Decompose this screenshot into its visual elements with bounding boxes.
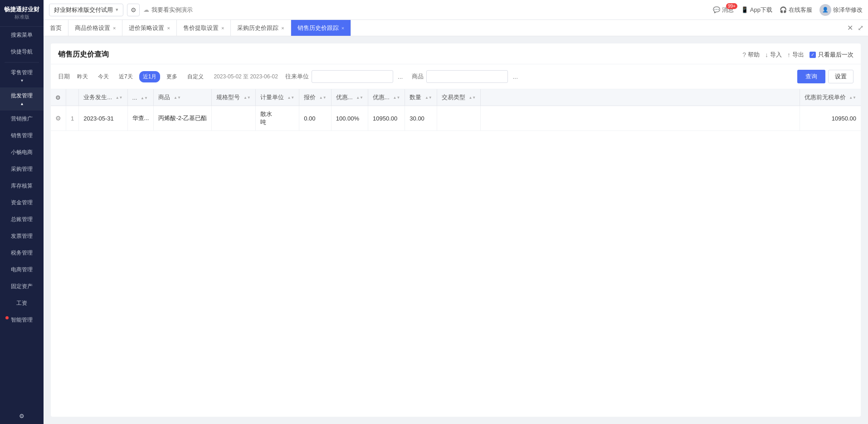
message-icon: 💬 <box>713 6 720 13</box>
tab-purchase-history-close[interactable]: × <box>281 25 284 31</box>
tab-price-setting-close[interactable]: × <box>113 25 116 31</box>
product-filter-label: 商品 <box>412 72 424 81</box>
sidebar-item-sales-mgmt[interactable]: 销售管理 <box>0 127 44 144</box>
sidebar-item-search[interactable]: 搜索菜单 <box>0 27 44 43</box>
sidebar-item-ledger[interactable]: 总账管理 <box>0 211 44 228</box>
date-btn-today[interactable]: 今天 <box>94 71 112 82</box>
online-service-button[interactable]: 🎧 在线客服 <box>780 6 812 14</box>
filter-section: 日期 昨天 今天 近7天 近1月 更多 自定义 2023-05-02 至 202… <box>51 64 861 89</box>
account-dropdown[interactable]: 好业财标准版交付试用 ▾ <box>49 4 123 16</box>
col-extra[interactable]: ... ▲▼ <box>127 89 154 106</box>
cell-gear[interactable]: ⚙ <box>51 106 66 131</box>
date-btn-1month[interactable]: 近1月 <box>139 71 161 82</box>
col-gear: ⚙ <box>51 89 66 106</box>
user-profile-button[interactable]: 👤 徐泽华修改 <box>819 4 863 16</box>
tab-price-setting-label: 商品价格设置 <box>75 24 110 32</box>
col-biz-date[interactable]: 业务发生... ▲▼ <box>79 89 127 106</box>
app-edition: 标准版 <box>4 14 40 20</box>
date-btn-7days[interactable]: 近7天 <box>115 71 137 82</box>
col-pretax-price-label: 优惠前无税单价 <box>805 94 846 101</box>
col-quantity-label: 数量 <box>410 94 421 101</box>
quick-nav-label: 快捷导航 <box>11 48 33 56</box>
demo-label: 我要看实例演示 <box>151 6 193 14</box>
page-header-actions: ? 帮助 ↓ 导入 ↑ 导出 ✓ 只看最后一次 <box>742 51 853 59</box>
col-discount1[interactable]: 优惠... ▲▼ <box>331 89 368 106</box>
product-more-icon[interactable]: ... <box>511 72 520 81</box>
product-filter: 商品 ... <box>412 70 520 83</box>
from-unit-filter: 往来单位 ... <box>285 70 405 83</box>
col-spec-label: 规格型号 <box>216 94 240 101</box>
date-filter-group: 日期 昨天 今天 近7天 近1月 更多 自定义 2023-05-02 至 202… <box>58 71 278 82</box>
export-button[interactable]: ↑ 导出 <box>787 51 804 59</box>
col-extra-label: ... <box>132 94 137 101</box>
demo-link[interactable]: ☁ 我要看实例演示 <box>143 6 193 14</box>
sidebar-item-invoice[interactable]: 发票管理 <box>0 228 44 245</box>
help-button[interactable]: ? 帮助 <box>742 51 760 59</box>
settings-button[interactable]: ⚙ <box>127 4 140 16</box>
tab-purchase-history[interactable]: 采购历史价跟踪 × <box>231 20 291 36</box>
headset-icon: 🎧 <box>780 6 787 13</box>
sidebar-item-assets[interactable]: 固定资产 <box>0 278 44 295</box>
last-only-checkbox[interactable]: ✓ 只看最后一次 <box>809 51 853 59</box>
wholesale-expand-icon: ▴ <box>21 101 23 106</box>
date-btn-more[interactable]: 更多 <box>163 71 181 82</box>
col-spec[interactable]: 规格型号 ▲▼ <box>212 89 255 106</box>
col-unit[interactable]: 计量单位 ▲▼ <box>255 89 299 106</box>
col-discount2-label: 优惠... <box>373 94 390 101</box>
sidebar-item-payroll[interactable]: 工资 <box>0 295 44 312</box>
last-only-label: 只看最后一次 <box>818 51 853 59</box>
date-btn-custom[interactable]: 自定义 <box>184 71 207 82</box>
messages-button[interactable]: 💬 消息 99+ <box>713 6 734 14</box>
marketing-label: 营销推广 <box>11 115 33 123</box>
col-pretax-price[interactable]: 优惠前无税单价 ▲▼ <box>800 89 861 106</box>
col-product[interactable]: 商品 ▲▼ <box>154 89 212 106</box>
sort-icon-quantity: ▲▼ <box>425 96 432 100</box>
row-gear-icon[interactable]: ⚙ <box>55 115 61 122</box>
filter-actions: 查询 设置 <box>797 70 853 83</box>
sidebar-item-purchase[interactable]: 采购管理 <box>0 161 44 178</box>
date-btn-yesterday[interactable]: 昨天 <box>73 71 92 82</box>
gear-col-icon[interactable]: ⚙ <box>55 94 61 101</box>
query-button[interactable]: 查询 <box>797 70 825 83</box>
sidebar-item-inventory[interactable]: 库存核算 <box>0 178 44 194</box>
sidebar-item-ecommerce[interactable]: 电商管理 <box>0 261 44 278</box>
import-button[interactable]: ↓ 导入 <box>765 51 782 59</box>
col-spacer <box>481 89 800 106</box>
app-download-button[interactable]: 📱 App下载 <box>741 6 772 14</box>
sidebar-item-retail[interactable]: 零售管理 ▾ <box>0 64 44 87</box>
tab-sale-history[interactable]: 销售历史价跟踪 × <box>291 20 351 36</box>
settings-filter-button[interactable]: 设置 <box>828 70 853 83</box>
tab-sale-extract[interactable]: 售价提取设置 × <box>177 20 231 36</box>
close-tab-button[interactable]: ✕ <box>847 24 853 32</box>
sidebar-item-tax[interactable]: 税务管理 <box>0 245 44 261</box>
sidebar-item-quick-nav[interactable]: 快捷导航 <box>0 43 44 60</box>
col-quantity[interactable]: 数量 ▲▼ <box>405 89 437 106</box>
date-filter-label: 日期 <box>58 72 70 81</box>
retail-label: 零售管理 <box>11 69 33 77</box>
col-trans-type[interactable]: 交易类型 ▲▼ <box>437 89 480 106</box>
sidebar-item-marketing[interactable]: 营销推广 <box>0 111 44 127</box>
tab-strategy[interactable]: 进价策略设置 × <box>122 20 176 36</box>
purchase-label: 采购管理 <box>11 165 33 173</box>
tab-strategy-close[interactable]: × <box>167 25 170 31</box>
col-discount2[interactable]: 优惠... ▲▼ <box>368 89 405 106</box>
from-unit-more-icon[interactable]: ... <box>396 72 405 81</box>
maximize-tab-button[interactable]: ⤢ <box>858 24 863 32</box>
sidebar-item-wholesale[interactable]: 批发管理 ▴ <box>0 87 44 111</box>
tab-sale-history-label: 销售历史价跟踪 <box>297 24 339 32</box>
sidebar-item-finance[interactable]: 资金管理 <box>0 194 44 211</box>
from-unit-input[interactable] <box>312 70 393 83</box>
sidebar-item-smart[interactable]: 智能管理 <box>0 312 44 328</box>
tab-sale-history-close[interactable]: × <box>341 25 344 31</box>
avatar: 👤 <box>819 4 831 16</box>
tab-home[interactable]: 首页 <box>44 20 68 36</box>
sidebar-settings-button[interactable]: ⚙ <box>0 408 44 424</box>
tab-purchase-history-label: 采购历史价跟踪 <box>237 24 278 32</box>
sidebar-item-ecommerce-small[interactable]: 小畅电商 <box>0 144 44 161</box>
tab-price-setting[interactable]: 商品价格设置 × <box>68 20 122 36</box>
cell-pretax-price: 10950.00 <box>800 106 861 131</box>
col-price[interactable]: 报价 ▲▼ <box>299 89 331 106</box>
tab-sale-extract-close[interactable]: × <box>221 25 224 31</box>
product-input[interactable] <box>426 70 508 83</box>
row-number: 1 <box>71 115 74 122</box>
